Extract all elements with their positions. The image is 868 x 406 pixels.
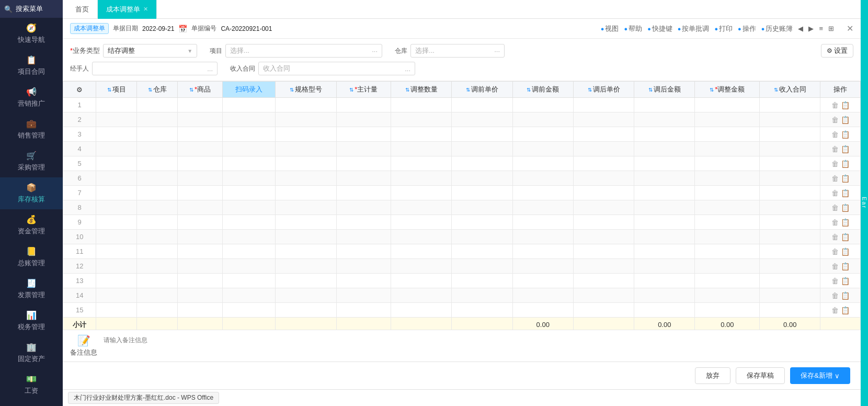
cell-adj_amount-13[interactable] [695, 274, 760, 288]
cell-operation-2[interactable]: 🗑📋 [820, 112, 861, 127]
cell-scan-2[interactable] [222, 112, 276, 127]
cell-qty-8[interactable] [391, 200, 452, 215]
cell-income_contract-14[interactable] [760, 288, 820, 303]
cell-spec-14[interactable] [276, 288, 336, 303]
cell-post_amount-8[interactable] [634, 200, 695, 215]
delete-icon-12[interactable]: 🗑 [831, 262, 839, 270]
cell-scan-8[interactable] [222, 200, 276, 215]
cell-product-3[interactable] [178, 127, 222, 142]
cell-operation-14[interactable]: 🗑📋 [820, 288, 861, 303]
cell-income_contract-6[interactable] [760, 171, 820, 186]
cell-adj_amount-5[interactable] [695, 156, 760, 171]
cell-operation-12[interactable]: 🗑📋 [820, 259, 861, 274]
sidebar-item-inventory[interactable]: 📦库存核算 [0, 177, 63, 209]
action-view[interactable]: ● 视图 [601, 24, 619, 33]
cell-operation-9[interactable]: 🗑📋 [820, 215, 861, 230]
cell-income_contract-10[interactable] [760, 230, 820, 244]
cell-qty-2[interactable] [391, 112, 452, 127]
cell-spec-13[interactable] [276, 274, 336, 288]
copy-icon-15[interactable]: 📋 [841, 306, 850, 314]
col-project[interactable]: ⇅项目 [96, 82, 137, 98]
cell-pre_amount-1[interactable] [512, 98, 573, 112]
cell-settings-8[interactable]: 8 [63, 200, 96, 215]
cell-post_price-14[interactable] [573, 288, 634, 303]
cell-scan-7[interactable] [222, 186, 276, 200]
cell-unit-15[interactable] [336, 303, 391, 318]
cell-pre_price-15[interactable] [452, 303, 512, 318]
settings-button[interactable]: ⚙ 设置 [821, 44, 853, 58]
cell-warehouse-15[interactable] [137, 303, 178, 318]
date-edit-icon[interactable]: 📅 [178, 25, 187, 33]
col-warehouse[interactable]: ⇅仓库 [137, 82, 178, 98]
cell-post_amount-15[interactable] [634, 303, 695, 318]
cell-pre_amount-5[interactable] [512, 156, 573, 171]
project-input[interactable]: 选择... ··· [225, 44, 382, 58]
cell-adj_amount-4[interactable] [695, 142, 760, 156]
cell-project-6[interactable] [96, 171, 137, 186]
cell-income_contract-13[interactable] [760, 274, 820, 288]
cell-post_price-9[interactable] [573, 215, 634, 230]
col-unit[interactable]: ⇅*主计量 [336, 82, 391, 98]
cell-qty-4[interactable] [391, 142, 452, 156]
cell-settings-10[interactable]: 10 [63, 230, 96, 244]
cell-warehouse-7[interactable] [137, 186, 178, 200]
cell-settings-7[interactable]: 7 [63, 186, 96, 200]
cell-project-7[interactable] [96, 186, 137, 200]
cell-scan-4[interactable] [222, 142, 276, 156]
cell-adj_amount-14[interactable] [695, 288, 760, 303]
cell-income_contract-11[interactable] [760, 244, 820, 259]
cell-adj_amount-10[interactable] [695, 230, 760, 244]
cell-project-8[interactable] [96, 200, 137, 215]
sidebar-item-fixed-assets[interactable]: 🏢固定资产 [0, 337, 63, 369]
cell-pre_amount-13[interactable] [512, 274, 573, 288]
cell-post_amount-11[interactable] [634, 244, 695, 259]
cell-settings-4[interactable]: 4 [63, 142, 96, 156]
cell-project-3[interactable] [96, 127, 137, 142]
cell-scan-10[interactable] [222, 230, 276, 244]
cell-pre_price-8[interactable] [452, 200, 512, 215]
tab-close-cost-adjust[interactable]: ✕ [143, 6, 148, 13]
cell-pre_amount-10[interactable] [512, 230, 573, 244]
cell-post_amount-12[interactable] [634, 259, 695, 274]
cell-operation-13[interactable]: 🗑📋 [820, 274, 861, 288]
sidebar-item-capital-mgmt[interactable]: 💰资金管理 [0, 209, 63, 241]
tab-home[interactable]: 首页 [67, 0, 98, 19]
save-new-button[interactable]: 保存&新增 ∨ [790, 367, 850, 384]
cell-product-2[interactable] [178, 112, 222, 127]
cell-operation-8[interactable]: 🗑📋 [820, 200, 861, 215]
cell-project-10[interactable] [96, 230, 137, 244]
cell-post_price-7[interactable] [573, 186, 634, 200]
cell-operation-3[interactable]: 🗑📋 [820, 127, 861, 142]
cell-warehouse-13[interactable] [137, 274, 178, 288]
cell-product-1[interactable] [178, 98, 222, 112]
cell-product-14[interactable] [178, 288, 222, 303]
cell-warehouse-11[interactable] [137, 244, 178, 259]
cell-income_contract-7[interactable] [760, 186, 820, 200]
cell-project-9[interactable] [96, 215, 137, 230]
cell-pre_price-6[interactable] [452, 171, 512, 186]
cell-scan-6[interactable] [222, 171, 276, 186]
nav-next[interactable]: ▶ [808, 25, 814, 32]
cell-settings-3[interactable]: 3 [63, 127, 96, 142]
cell-post_price-5[interactable] [573, 156, 634, 171]
sidebar-item-sales-promo[interactable]: 📢营销推广 [0, 82, 63, 114]
cell-spec-3[interactable] [276, 127, 336, 142]
cell-qty-12[interactable] [391, 259, 452, 274]
delete-icon-9[interactable]: 🗑 [831, 218, 839, 227]
agent-input[interactable]: ... [92, 62, 218, 75]
col-spec[interactable]: ⇅规格型号 [276, 82, 336, 98]
cell-operation-7[interactable]: 🗑📋 [820, 186, 861, 200]
cell-product-9[interactable] [178, 215, 222, 230]
cell-post_price-2[interactable] [573, 112, 634, 127]
taskbar-item[interactable]: 木门行业好业财处理方案-墨红红.doc - WPS Office [68, 392, 219, 404]
cell-post_amount-2[interactable] [634, 112, 695, 127]
cell-product-7[interactable] [178, 186, 222, 200]
col-pre_amount[interactable]: ⇅调前金额 [512, 82, 573, 98]
copy-icon-10[interactable]: 📋 [841, 233, 850, 241]
cell-income_contract-12[interactable] [760, 259, 820, 274]
cell-product-4[interactable] [178, 142, 222, 156]
cell-pre_price-9[interactable] [452, 215, 512, 230]
cell-product-6[interactable] [178, 171, 222, 186]
cell-income_contract-8[interactable] [760, 200, 820, 215]
cell-post_amount-13[interactable] [634, 274, 695, 288]
